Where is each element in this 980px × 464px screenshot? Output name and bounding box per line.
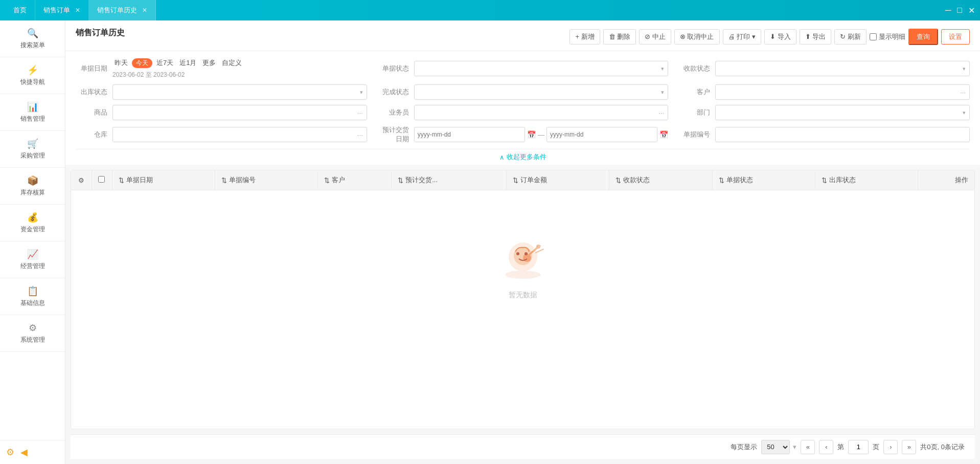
print-btn[interactable]: 🖨 打印 ▾ bbox=[723, 29, 762, 45]
new-btn[interactable]: + 新增 bbox=[569, 29, 600, 45]
window-controls: ─ □ ✕ bbox=[945, 6, 975, 15]
sidebar-item-operations[interactable]: 📈 经营管理 bbox=[0, 241, 65, 278]
sidebar-item-sales-mgmt[interactable]: 📊 销售管理 bbox=[0, 94, 65, 131]
filter-complete-status-cell: 完成状态 ▾ bbox=[377, 84, 669, 100]
date-yesterday[interactable]: 昨天 bbox=[112, 57, 130, 69]
filter-row-2: 出库状态 ▾ 完成状态 ▾ bbox=[76, 84, 970, 100]
th-customer-sort: ⇅ 客户 bbox=[324, 175, 385, 185]
sidebar-basic-info-label: 基础信息 bbox=[20, 299, 45, 307]
close-btn[interactable]: ✕ bbox=[968, 6, 975, 15]
filter-customer-content: ··· bbox=[715, 84, 970, 100]
next-page-btn[interactable]: › bbox=[883, 440, 898, 454]
filter-dept-select[interactable] bbox=[715, 105, 970, 120]
th-date: ⇅ 单据日期 bbox=[112, 170, 215, 190]
th-no: ⇅ 单据编号 bbox=[215, 170, 317, 190]
query-btn[interactable]: 查询 bbox=[908, 29, 938, 45]
th-settings[interactable]: ⚙ bbox=[71, 170, 92, 190]
cancel-stop-btn[interactable]: ⊗ 取消中止 bbox=[674, 29, 720, 45]
tab-sales-order-history[interactable]: 销售订单历史 ✕ bbox=[89, 0, 156, 20]
tab-sales-order-history-close[interactable]: ✕ bbox=[142, 7, 147, 14]
current-page-input[interactable] bbox=[848, 440, 869, 454]
date-more[interactable]: 更多 bbox=[200, 57, 218, 69]
export-btn[interactable]: ⬆ 导出 bbox=[800, 29, 832, 45]
filter-warehouse-status-cell: 出库状态 ▾ bbox=[76, 84, 367, 100]
collapse-btn[interactable]: ∧ 收起更多条件 bbox=[76, 149, 970, 165]
sidebar-item-system-mgmt[interactable]: ⚙ 系统管理 bbox=[0, 315, 65, 352]
import-btn[interactable]: ⬇ 导入 bbox=[764, 29, 796, 45]
filter-customer-input[interactable] bbox=[715, 84, 970, 100]
filter-warehouse-status-content: ▾ bbox=[112, 84, 367, 100]
per-page-dropdown-icon: ▾ bbox=[793, 443, 796, 451]
page-input-prefix-label: 第 bbox=[837, 443, 844, 452]
table-settings-icon[interactable]: ⚙ bbox=[78, 176, 84, 184]
filter-warehouse-status-select[interactable] bbox=[112, 84, 367, 100]
calendar-start-icon[interactable]: 📅 bbox=[527, 130, 536, 139]
date-today-active[interactable]: 今天 bbox=[132, 58, 152, 68]
sidebar-item-quick-nav[interactable]: ⚡ 快捷导航 bbox=[0, 57, 65, 94]
filter-dept-cell: 部门 ▾ bbox=[678, 105, 970, 120]
refresh-btn-label: ↻ 刷新 bbox=[840, 32, 861, 41]
first-page-btn[interactable]: « bbox=[801, 440, 815, 454]
sidebar-item-finance[interactable]: 💰 资金管理 bbox=[0, 205, 65, 241]
minimize-btn[interactable]: ─ bbox=[945, 6, 951, 15]
sidebar-collapse-icon[interactable]: ◀ bbox=[20, 447, 28, 458]
date-7days[interactable]: 近7天 bbox=[154, 57, 175, 69]
cancel-stop-btn-label: ⊗ 取消中止 bbox=[680, 32, 714, 41]
filter-product-input[interactable] bbox=[112, 105, 367, 120]
product-dots-icon[interactable]: ··· bbox=[357, 109, 363, 117]
filter-order-no-input[interactable] bbox=[715, 127, 970, 142]
th-checkbox bbox=[92, 170, 112, 190]
sidebar: 🔍 搜索菜单 ⚡ 快捷导航 📊 销售管理 🛒 采购管理 📦 库存核算 💰 资金管… bbox=[0, 20, 65, 464]
sidebar-gear-icon[interactable]: ⚙ bbox=[6, 447, 14, 458]
filter-doc-status-select[interactable] bbox=[414, 61, 669, 76]
th-delivery-text: 预计交货... bbox=[405, 175, 438, 185]
prev-page-btn[interactable]: ‹ bbox=[819, 440, 833, 454]
th-delivery-sort-icon: ⇅ bbox=[398, 176, 403, 184]
setting-btn[interactable]: 设置 bbox=[941, 29, 970, 45]
filter-complete-status-select[interactable] bbox=[414, 84, 669, 100]
filter-salesperson-input[interactable] bbox=[414, 105, 669, 120]
sidebar-search[interactable]: 🔍 搜索菜单 bbox=[0, 20, 65, 57]
sidebar-item-basic-info[interactable]: 📋 基础信息 bbox=[0, 278, 65, 315]
stop-btn[interactable]: ⊘ 中止 bbox=[639, 29, 671, 45]
date-custom[interactable]: 自定义 bbox=[220, 57, 244, 69]
date-dash: — bbox=[538, 131, 544, 139]
delivery-date-end[interactable] bbox=[546, 127, 657, 142]
date-1month[interactable]: 近1月 bbox=[177, 57, 198, 69]
filter-date-cell: 单据日期 昨天 今天 近7天 近1月 更多 自定义 2023-06-02 至 2… bbox=[76, 57, 367, 79]
tab-home[interactable]: 首页 bbox=[5, 0, 35, 20]
select-all-checkbox[interactable] bbox=[98, 176, 105, 183]
show-detail-toggle[interactable]: 显示明细 bbox=[870, 32, 905, 41]
sales-mgmt-icon: 📊 bbox=[27, 101, 38, 113]
import-btn-label: ⬇ 导入 bbox=[770, 32, 791, 41]
sidebar-item-purchase-mgmt[interactable]: 🛒 采购管理 bbox=[0, 131, 65, 168]
stop-btn-label: ⊘ 中止 bbox=[645, 32, 666, 41]
delete-btn[interactable]: 🗑 删除 bbox=[603, 29, 636, 45]
filter-warehouse-input[interactable] bbox=[112, 127, 367, 142]
filter-order-no-cell: 单据编号 bbox=[678, 125, 970, 144]
page-title: 销售订单历史 bbox=[76, 28, 125, 38]
tab-sales-order[interactable]: 销售订单 ✕ bbox=[35, 0, 89, 20]
warehouse-dots-icon[interactable]: ··· bbox=[357, 131, 363, 139]
maximize-btn[interactable]: □ bbox=[957, 6, 962, 15]
refresh-btn[interactable]: ↻ 刷新 bbox=[834, 29, 867, 45]
filter-receipt-status-select[interactable] bbox=[715, 61, 970, 76]
prev-page-icon: ‹ bbox=[825, 443, 827, 451]
last-page-btn[interactable]: » bbox=[902, 440, 916, 454]
filter-doc-status-content: ▾ bbox=[414, 61, 669, 76]
delivery-date-start[interactable] bbox=[414, 127, 525, 142]
salesperson-dots-icon[interactable]: ··· bbox=[658, 109, 664, 117]
filter-order-no-label: 单据编号 bbox=[678, 130, 715, 139]
calendar-end-icon[interactable]: 📅 bbox=[659, 130, 668, 139]
sidebar-quick-nav-label: 快捷导航 bbox=[20, 78, 45, 86]
customer-dots-icon[interactable]: ··· bbox=[960, 89, 966, 96]
sidebar-item-inventory[interactable]: 📦 库存核算 bbox=[0, 168, 65, 205]
table-wrap: ⚙ ⇅ 单据日期 ⇅ bbox=[71, 170, 975, 429]
tab-sales-order-label: 销售订单 bbox=[43, 6, 70, 15]
th-warehouse-status: ⇅ 出库状态 bbox=[815, 170, 918, 190]
per-page-select[interactable]: 50 10 20 100 bbox=[761, 440, 790, 454]
show-detail-checkbox[interactable] bbox=[870, 33, 877, 40]
page-suffix-label: 页 bbox=[873, 443, 879, 452]
th-receipt-sort-icon: ⇅ bbox=[616, 176, 621, 184]
tab-sales-order-close[interactable]: ✕ bbox=[75, 7, 80, 14]
